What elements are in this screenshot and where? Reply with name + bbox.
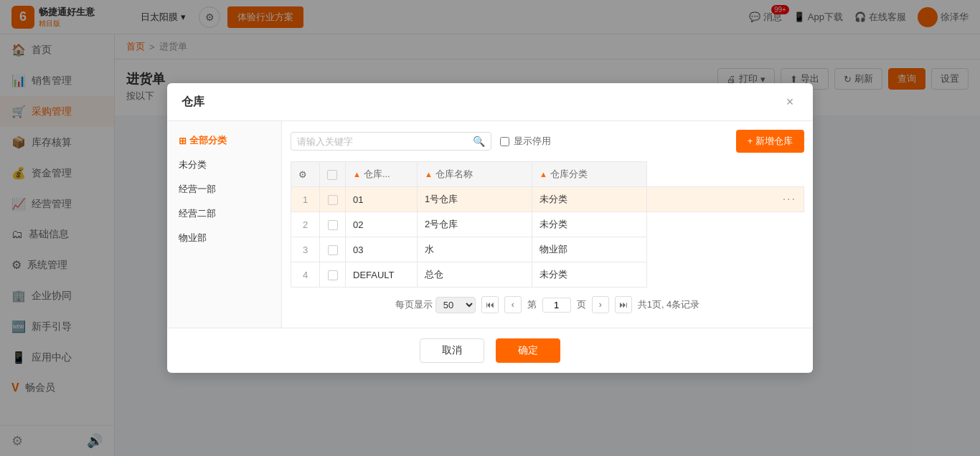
row-gear-0[interactable]: 1 (291, 187, 320, 212)
show-disabled-checkbox[interactable] (500, 137, 509, 146)
row-code-2: 03 (346, 237, 418, 262)
row-code-0: 01 (346, 187, 418, 212)
sidebar-collapse-toggle[interactable]: 《 (281, 210, 282, 239)
row-code-1: 02 (346, 212, 418, 237)
warehouse-modal: 仓库 × ⊞ 全部分类 未分类 经营一部 经营二部 物业部 《 (167, 83, 813, 373)
page-size-dropdown[interactable]: 50 100 200 (435, 297, 476, 313)
row-name-3: 总仓 (418, 262, 532, 288)
th-category: ▲ 仓库分类 (532, 162, 647, 187)
row-gear-3[interactable]: 4 (291, 262, 320, 288)
row-select-0[interactable] (328, 195, 338, 205)
modal-body: ⊞ 全部分类 未分类 经营一部 经营二部 物业部 《 🔍 (167, 121, 813, 328)
th-name: ▲ 仓库名称 (418, 162, 532, 187)
th-checkbox (320, 162, 346, 187)
gear-header-icon[interactable]: ⚙ (298, 169, 307, 180)
cat-item-2[interactable]: 经营二部 (167, 201, 281, 226)
next-page-button[interactable]: › (592, 296, 609, 313)
add-warehouse-button[interactable]: + 新增仓库 (736, 130, 804, 153)
modal-footer: 取消 确定 (167, 328, 813, 373)
th-code: ▲ 仓库... (346, 162, 418, 187)
search-input[interactable] (297, 136, 468, 147)
sort-cat-icon: ▲ (540, 170, 547, 179)
modal-overlay: 仓库 × ⊞ 全部分类 未分类 经营一部 经营二部 物业部 《 (0, 0, 980, 456)
row-select-3[interactable] (328, 270, 338, 280)
row-select-2[interactable] (328, 245, 338, 255)
row-name-0: 1号仓库 (418, 187, 532, 212)
modal-header: 仓库 × (167, 83, 813, 121)
cancel-button[interactable]: 取消 (420, 338, 484, 363)
row-dots-menu[interactable]: ··· (647, 187, 804, 212)
table-header-row: ⚙ ▲ 仓库... (291, 162, 804, 187)
page-size-select[interactable]: 每页显示 50 100 200 (395, 297, 476, 313)
row-select-1[interactable] (328, 220, 338, 230)
table-row: 4 DEFAULT 总仓 未分类 (291, 262, 804, 288)
row-checkbox-2[interactable] (320, 237, 346, 262)
page-input[interactable] (542, 298, 571, 313)
cat-all-button[interactable]: ⊞ 全部分类 (167, 128, 281, 153)
row-category-3: 未分类 (532, 262, 647, 288)
row-checkbox-1[interactable] (320, 212, 346, 237)
last-page-button[interactable]: ⏭ (615, 296, 632, 313)
pagination: 每页显示 50 100 200 ⏮ ‹ 第 页 › ⏭ 共1页, 4条记录 (291, 288, 804, 319)
row-name-1: 2号仓库 (418, 212, 532, 237)
show-disabled-label[interactable]: 显示停用 (500, 135, 551, 148)
select-all-checkbox[interactable] (327, 170, 337, 180)
prev-page-button[interactable]: ‹ (504, 296, 522, 313)
row-category-0: 未分类 (532, 187, 647, 212)
confirm-button[interactable]: 确定 (496, 338, 560, 363)
row-checkbox-0[interactable] (320, 187, 346, 212)
table-row: 1 01 1号仓库 未分类 ··· (291, 187, 804, 212)
table-row: 2 02 2号仓库 未分类 (291, 212, 804, 237)
cat-item-0[interactable]: 未分类 (167, 153, 281, 177)
search-icon[interactable]: 🔍 (473, 136, 485, 147)
cat-item-3[interactable]: 物业部 (167, 226, 281, 250)
table-toolbar: 🔍 显示停用 + 新增仓库 (291, 130, 804, 153)
row-category-1: 未分类 (532, 212, 647, 237)
row-category-2: 物业部 (532, 237, 647, 262)
cat-item-1[interactable]: 经营一部 (167, 177, 281, 201)
th-gear: ⚙ (291, 162, 320, 187)
search-input-wrap[interactable]: 🔍 (291, 132, 491, 151)
first-page-button[interactable]: ⏮ (481, 296, 499, 313)
row-gear-1[interactable]: 2 (291, 212, 320, 237)
table-area: 🔍 显示停用 + 新增仓库 ⚙ (282, 121, 813, 328)
warehouse-table: ⚙ ▲ 仓库... (291, 161, 804, 288)
row-code-3: DEFAULT (346, 262, 418, 288)
table-body: 1 01 1号仓库 未分类 ··· 2 02 2号仓库 未分类 3 03 水 物… (291, 187, 804, 288)
modal-title: 仓库 (182, 95, 204, 110)
table-row: 3 03 水 物业部 (291, 237, 804, 262)
grid-icon: ⊞ (179, 136, 187, 146)
row-checkbox-3[interactable] (320, 262, 346, 288)
category-sidebar: ⊞ 全部分类 未分类 经营一部 经营二部 物业部 《 (167, 121, 282, 328)
row-name-2: 水 (418, 237, 532, 262)
sort-code-icon: ▲ (353, 170, 361, 179)
row-gear-2[interactable]: 3 (291, 237, 320, 262)
sort-name-icon: ▲ (425, 170, 433, 179)
modal-close-button[interactable]: × (781, 93, 798, 110)
